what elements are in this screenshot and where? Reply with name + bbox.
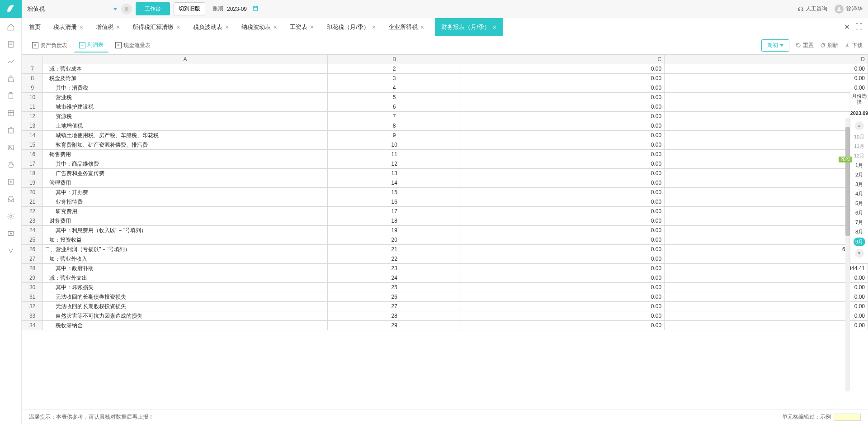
cell-a[interactable]: 自然灾害等不可抗力因素造成的损失 <box>43 311 328 321</box>
cell-b[interactable]: 5 <box>327 93 461 102</box>
close-all-icon[interactable]: ✕ <box>844 23 850 31</box>
row-number[interactable]: 25 <box>22 235 43 245</box>
document-icon[interactable] <box>0 36 22 52</box>
sub-tab-2[interactable]: ≡现金流量表 <box>110 38 156 52</box>
row-number[interactable]: 24 <box>22 226 43 235</box>
period-init-button[interactable]: 期初 <box>761 39 789 52</box>
row-number[interactable]: 34 <box>22 321 43 330</box>
cell-d[interactable]: -100.00 <box>665 226 868 235</box>
cell-d[interactable]: 0.00 <box>665 292 868 302</box>
cell-d[interactable]: 0.00 <box>665 311 868 321</box>
calendar-icon[interactable] <box>252 5 259 13</box>
row-number[interactable]: 32 <box>22 302 43 311</box>
cell-b[interactable]: 12 <box>327 159 461 169</box>
cell-b[interactable]: 7 <box>327 112 461 121</box>
cell-b[interactable]: 20 <box>327 235 461 245</box>
close-icon[interactable]: × <box>372 24 376 31</box>
cell-a[interactable]: 其中：政府补助 <box>43 264 328 273</box>
row-number[interactable]: 33 <box>22 311 43 321</box>
tab-3[interactable]: 所得税汇算清缴× <box>131 18 182 36</box>
tab-9[interactable]: 财务报表（月/季）× <box>435 18 503 36</box>
cell-b[interactable]: 11 <box>327 150 461 159</box>
row-number[interactable]: 7 <box>22 64 43 74</box>
row-number[interactable]: 13 <box>22 121 43 131</box>
v-icon[interactable] <box>0 243 22 259</box>
cell-b[interactable]: 25 <box>327 283 461 292</box>
cell-c[interactable]: 0.00 <box>461 283 665 292</box>
cell-b[interactable]: 18 <box>327 216 461 226</box>
cell-d[interactable]: 0.00 <box>665 64 868 74</box>
month-item[interactable]: 9月 <box>854 238 865 246</box>
cell-d[interactable]: 0.00 <box>665 321 868 330</box>
cell-c[interactable]: 0.00 <box>461 264 665 273</box>
row-number[interactable]: 15 <box>22 140 43 150</box>
col-header-d[interactable]: D <box>665 55 868 64</box>
cell-c[interactable]: 0.00 <box>461 150 665 159</box>
row-number[interactable]: 31 <box>22 292 43 302</box>
close-icon[interactable]: × <box>116 24 120 31</box>
export-icon[interactable] <box>0 174 22 190</box>
cell-a[interactable]: 销售费用 <box>43 150 328 159</box>
cell-c[interactable]: 0.00 <box>461 235 665 245</box>
inbox-icon[interactable] <box>0 191 22 207</box>
row-number[interactable]: 20 <box>22 188 43 197</box>
cell-d[interactable]: 2844.41 <box>665 254 868 264</box>
cell-a[interactable]: 城镇土地使用税、房产税、车船税、印花税 <box>43 131 328 140</box>
row-number[interactable]: 14 <box>22 131 43 140</box>
cell-a[interactable]: 土地增值税 <box>43 121 328 131</box>
cell-c[interactable]: 0.00 <box>461 64 665 74</box>
cell-d[interactable]: -100.00 <box>665 216 868 226</box>
month-item[interactable]: 5月 <box>850 199 868 208</box>
cell-a[interactable]: 业务招待费 <box>43 197 328 207</box>
close-icon[interactable]: × <box>80 24 83 31</box>
cell-a[interactable]: 其中：利息费用（收入以"－"号填列） <box>43 226 328 235</box>
cell-d[interactable]: 0.00 <box>665 131 868 140</box>
cell-a[interactable]: 其中：坏账损失 <box>43 283 328 292</box>
tab-1[interactable]: 税表清册× <box>52 18 85 36</box>
row-number[interactable]: 28 <box>22 264 43 273</box>
cell-d[interactable]: 0.00 <box>665 273 868 283</box>
sub-tab-1[interactable]: ≡利润表 <box>74 38 108 52</box>
cell-c[interactable]: 0.00 <box>461 102 665 112</box>
close-icon[interactable]: × <box>274 24 277 31</box>
close-icon[interactable]: × <box>225 24 229 31</box>
user-info[interactable]: 徐泽华 <box>835 5 863 14</box>
cell-c[interactable]: 0.00 <box>461 169 665 178</box>
company-dropdown[interactable]: 增值税 <box>27 5 118 13</box>
cell-c[interactable]: 0.00 <box>461 159 665 169</box>
cell-c[interactable]: 0.00 <box>461 207 665 216</box>
cell-a[interactable]: 税金及附加 <box>43 74 328 83</box>
cell-b[interactable]: 19 <box>327 226 461 235</box>
row-number[interactable]: 12 <box>22 112 43 121</box>
cell-b[interactable]: 4 <box>327 83 461 93</box>
month-item[interactable]: 1月 <box>850 161 868 170</box>
month-next-button[interactable]: ▼ <box>855 249 864 258</box>
cell-c[interactable]: 0.00 <box>461 273 665 283</box>
col-header-b[interactable]: B <box>327 55 461 64</box>
cell-c[interactable]: 0.00 <box>461 188 665 197</box>
download-button[interactable]: 下载 <box>844 42 863 49</box>
cell-d[interactable]: 0.00 <box>665 74 868 83</box>
cell-d[interactable]: 0.00 <box>665 283 868 292</box>
clipboard-icon[interactable] <box>0 88 22 104</box>
cell-a[interactable]: 无法收回的长期股权投资损失 <box>43 302 328 311</box>
cell-c[interactable]: 0.00 <box>461 226 665 235</box>
expand-icon[interactable]: ⛶ <box>855 23 863 31</box>
row-number[interactable]: 17 <box>22 159 43 169</box>
row-number[interactable]: 8 <box>22 74 43 83</box>
row-number[interactable]: 9 <box>22 83 43 93</box>
cell-b[interactable]: 13 <box>327 169 461 178</box>
cell-d[interactable]: 0.00 <box>665 150 868 159</box>
cell-d[interactable]: 0.00 <box>665 83 868 93</box>
cell-a[interactable]: 减：营业外支出 <box>43 273 328 283</box>
cell-d[interactable]: 0.00 <box>665 197 868 207</box>
cell-a[interactable]: 研究费用 <box>43 207 328 216</box>
row-number[interactable]: 21 <box>22 197 43 207</box>
app-logo[interactable] <box>0 0 22 18</box>
cell-b[interactable]: 14 <box>327 178 461 188</box>
hand-icon[interactable] <box>0 157 22 173</box>
cell-a[interactable]: 教育费附加、矿产资源补偿费、排污费 <box>43 140 328 150</box>
sub-tab-0[interactable]: ≡资产负债表 <box>27 38 72 52</box>
cell-d[interactable]: 0.00 <box>665 302 868 311</box>
row-number[interactable]: 18 <box>22 169 43 178</box>
